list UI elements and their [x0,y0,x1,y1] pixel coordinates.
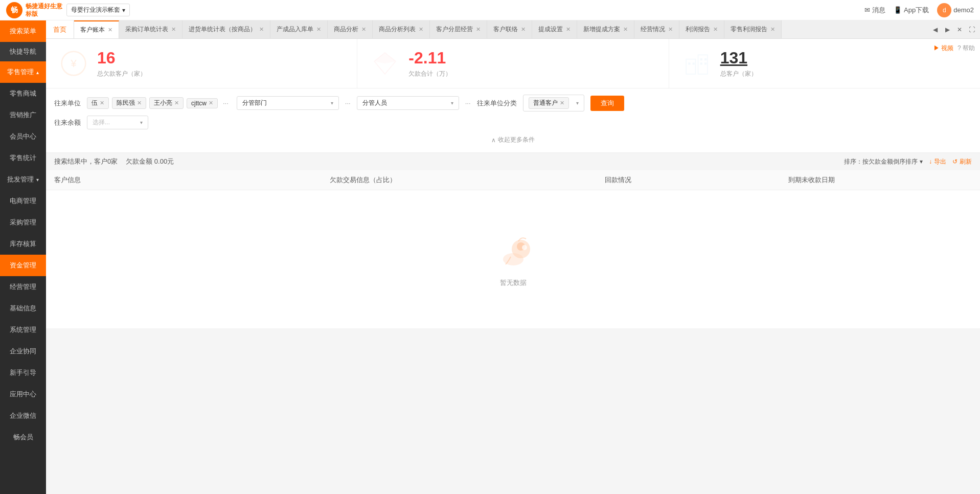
sidebar-item-search[interactable]: 搜索菜单 [0,20,46,42]
sidebar-item-retail-stat[interactable]: 零售统计 [0,147,46,169]
collapse-icon: ∧ [491,137,496,144]
amount-select[interactable]: 选择... ▾ [87,116,148,129]
tab-next-button[interactable]: ▶ [942,25,952,35]
tab-purchase-order[interactable]: 采购订单统计表 ✕ [119,20,183,39]
tab-product-analysis[interactable]: 商品分析 ✕ [328,20,373,39]
tab-close-biz-status[interactable]: ✕ [668,26,673,33]
col-repayment: 回款情况 [605,175,788,185]
sidebar-item-wholesale[interactable]: 批发管理 ▾ [0,169,46,190]
user-menu[interactable]: d demo2 [937,3,974,17]
amount-result-text: 欠款金额 0.00元 [126,157,174,166]
stat-total-customers: 131 总客户（家） ▶ 视频 ? 帮助 [669,39,980,88]
help-button[interactable]: ? 帮助 [958,44,975,53]
remove-tag-wang[interactable]: ✕ [174,100,179,106]
video-button[interactable]: ▶ 视频 [933,44,953,53]
remove-tag-normal[interactable]: ✕ [560,100,564,106]
filter-tags-unit: 伍 ✕ 陈民强 ✕ 王小亮 ✕ cjttcw ✕ [87,97,231,109]
message-button[interactable]: ✉ 消息 [864,6,885,15]
refresh-icon: ↺ [952,158,958,165]
tab-prev-button[interactable]: ◀ [930,25,940,35]
tab-close-customer-tier[interactable]: ✕ [476,26,481,33]
tab-customer-tier[interactable]: 客户分层经营 ✕ [430,20,487,39]
sidebar-item-purchase[interactable]: 采购管理 [0,212,46,233]
topbar: 畅 畅捷通好生意 标版 母婴行业演示帐套 ▾ ✉ 消息 📱 App下载 d de… [0,0,980,20]
remove-tag-chen[interactable]: ✕ [137,100,142,106]
refresh-button[interactable]: ↺ 刷新 [952,158,972,166]
result-info: 搜索结果中，客户0家 欠款金额 0.00元 [54,157,174,166]
sidebar-item-member[interactable]: 会员中心 [0,126,46,147]
tab-close-product-analysis-list[interactable]: ✕ [419,26,423,33]
tab-new-commission[interactable]: 新增提成方案 ✕ [577,20,634,39]
svg-text:¥: ¥ [70,58,77,69]
tab-retail-profit[interactable]: 零售利润报告 ✕ [724,20,782,39]
tab-close-retail-profit[interactable]: ✕ [770,26,775,33]
topbar-right: ✉ 消息 📱 App下载 d demo2 [864,3,974,17]
query-button[interactable]: 查询 [590,96,624,111]
tab-close-customer-ledger[interactable]: ✕ [108,27,112,33]
sidebar-item-retail[interactable]: 零售管理 ▴ [0,61,46,83]
svg-rect-9 [704,58,706,60]
tab-close-product-inbound[interactable]: ✕ [316,26,321,33]
dept-select[interactable]: 分管部门 ▾ [237,96,339,110]
sidebar-item-guide[interactable]: 新手引导 [0,362,46,384]
tab-biz-status[interactable]: 经营情况 ✕ [634,20,679,39]
main-layout: 搜索菜单 快捷导航 零售管理 ▴ 零售商城 营销推广 会员中心 零售统计 批发管… [0,20,980,494]
tab-incoming-stat[interactable]: 进货单统计表（按商品） ✕ [183,20,270,39]
result-actions: 排序：按欠款金额倒序排序 ▾ ↓ 导出 ↺ 刷新 [844,158,972,166]
sidebar: 搜索菜单 快捷导航 零售管理 ▴ 零售商城 营销推广 会员中心 零售统计 批发管… [0,20,46,494]
tab-close-customer-contact[interactable]: ✕ [521,26,526,33]
more-tags-button[interactable]: ··· [221,98,231,108]
chevron-icon-2: ▾ [36,177,39,183]
filter-tag-wu: 伍 ✕ [87,97,109,109]
tab-product-analysis-list[interactable]: 商品分析列表 ✕ [373,20,430,39]
tab-home[interactable]: 首页 [46,20,74,39]
sidebar-item-ecommerce[interactable]: 电商管理 [0,190,46,212]
sidebar-item-operation[interactable]: 经营管理 [0,276,46,298]
tab-close-all-button[interactable]: ✕ [954,25,965,35]
tab-close-commission-settings[interactable]: ✕ [566,26,571,33]
tab-product-inbound[interactable]: 产成品入库单 ✕ [270,20,328,39]
filter-row-2: 往来余额 选择... ▾ [54,116,972,129]
tab-close-incoming-stat[interactable]: ✕ [259,26,264,33]
sidebar-item-wecom[interactable]: 企业微信 [0,405,46,426]
category-select[interactable]: 普通客户 ✕ ▾ [523,95,584,111]
sidebar-item-marketing[interactable]: 营销推广 [0,104,46,126]
tab-close-profit-report[interactable]: ✕ [713,26,718,33]
sidebar-item-inventory[interactable]: 库存核算 [0,233,46,255]
tab-commission-settings[interactable]: 提成设置 ✕ [532,20,577,39]
tab-close-product-analysis[interactable]: ✕ [361,26,366,33]
person-select[interactable]: 分管人员 ▾ [357,96,459,110]
dept-more-button[interactable]: ··· [345,99,351,107]
diamond-icon [370,48,400,79]
company-select[interactable]: 母婴行业演示帐套 ▾ [66,4,130,16]
dept-chevron-icon: ▾ [331,100,333,106]
tab-close-new-commission[interactable]: ✕ [623,26,628,33]
stats-row: ¥ 16 总欠款客户（家） [46,39,980,88]
table-header: 客户信息 欠款交易信息（占比） 回款情况 到期未收款日期 [46,170,980,190]
tab-customer-contact[interactable]: 客户联络 ✕ [487,20,532,39]
person-more-button[interactable]: ··· [465,99,471,107]
message-icon: ✉ [864,6,870,14]
tab-close-purchase-order[interactable]: ✕ [171,26,176,33]
filter-tag-chen: 陈民强 ✕ [112,97,146,109]
tab-customer-ledger[interactable]: 客户账本 ✕ [74,20,119,39]
remove-tag-wu[interactable]: ✕ [100,100,104,106]
stat-total-debtors: ¥ 16 总欠款客户（家） [46,39,357,88]
sidebar-item-system[interactable]: 系统管理 [0,319,46,341]
sidebar-item-quick[interactable]: 快捷导航 [0,42,46,61]
tab-maximize-button[interactable]: ⛶ [967,25,977,35]
remove-tag-cjttcw[interactable]: ✕ [209,100,213,106]
download-button[interactable]: 📱 App下载 [894,6,929,15]
stat-content-1: 16 总欠款客户（家） [97,49,146,78]
sidebar-item-vip[interactable]: 畅会员 [0,426,46,448]
sort-button[interactable]: 排序：按欠款金额倒序排序 ▾ [844,158,923,166]
sidebar-item-apps[interactable]: 应用中心 [0,384,46,405]
collapse-button[interactable]: ∧ 收起更多条件 [54,133,972,146]
export-button[interactable]: ↓ 导出 [929,158,946,166]
sidebar-item-retail-shop[interactable]: 零售商城 [0,83,46,104]
sidebar-item-finance[interactable]: 资金管理 [0,255,46,276]
sidebar-item-collab[interactable]: 企业协同 [0,341,46,362]
tab-profit-report[interactable]: 利润报告 ✕ [679,20,724,39]
sidebar-item-basic[interactable]: 基础信息 [0,298,46,319]
stat-value-debt: -2.11 [408,49,451,68]
